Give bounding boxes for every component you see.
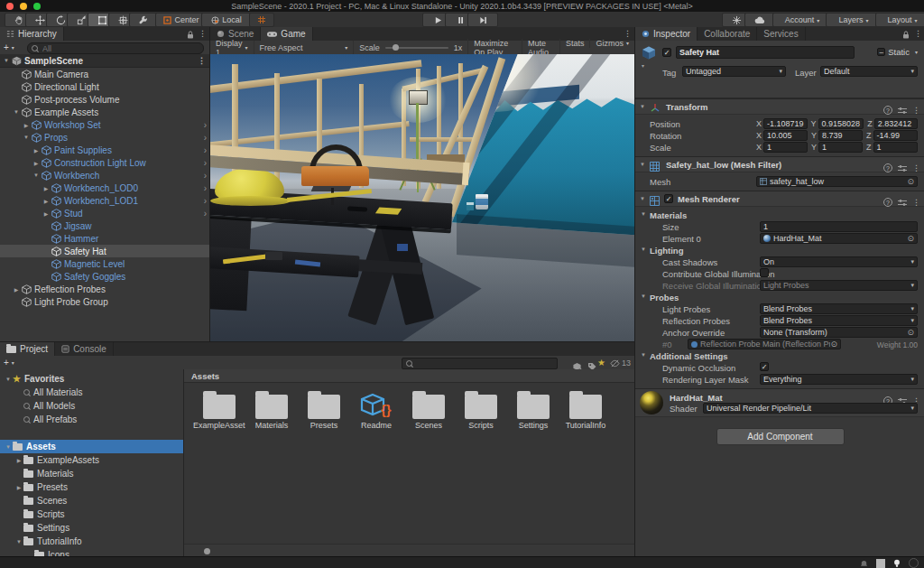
- foldout-icon[interactable]: ▼: [640, 196, 645, 201]
- expander-icon[interactable]: ▼: [32, 172, 41, 178]
- shader-dropdown[interactable]: Universal Render Pipeline/Lit▾: [703, 403, 918, 414]
- aspect-dropdown[interactable]: Free Aspect▾: [254, 41, 355, 54]
- mesh-filter-header[interactable]: ▼ Safety_hat_low (Mesh Filter) ? ⋮: [635, 156, 924, 172]
- material-header[interactable]: HardHat_Mat ? ⋮ Shader Universal Render …: [635, 388, 924, 417]
- rotation-local-button[interactable]: Local: [201, 13, 252, 27]
- expander-icon[interactable]: ▼: [4, 377, 13, 382]
- static-mixed-checkbox[interactable]: –: [877, 48, 885, 56]
- expander-icon[interactable]: ▼: [14, 539, 23, 545]
- active-checkbox[interactable]: ✓: [662, 48, 671, 57]
- transform-header[interactable]: ▼ Transform ? ⋮: [635, 98, 924, 115]
- materials-foldout[interactable]: ▼Materials: [635, 209, 924, 220]
- pivot-center-button[interactable]: Center: [155, 13, 208, 27]
- hierarchy-item-paint-supplies[interactable]: ▶Paint Supplies›: [0, 144, 209, 156]
- project-tree-item-tutorialinfo[interactable]: ▼TutorialInfo: [0, 535, 183, 548]
- step-button[interactable]: [467, 13, 498, 27]
- help-icon[interactable]: ?: [883, 163, 892, 172]
- kebab-menu-icon[interactable]: ⋮: [198, 56, 206, 65]
- kebab-menu-icon[interactable]: ⋮: [912, 163, 920, 174]
- asset-exampleassets[interactable]: ExampleAssets: [193, 389, 245, 430]
- contribute-gi-checkbox[interactable]: [760, 268, 769, 277]
- lighting-foldout[interactable]: ▼Lighting: [635, 244, 924, 256]
- nav-arrow-icon[interactable]: ›: [204, 183, 207, 193]
- hierarchy-item-hammer[interactable]: Hammer: [0, 232, 209, 245]
- rotation-y-field[interactable]: 8.739: [818, 130, 863, 141]
- kebab-menu-icon[interactable]: ⋮: [912, 105, 920, 116]
- game-viewport[interactable]: [210, 54, 634, 341]
- expander-icon[interactable]: ▼: [2, 58, 11, 63]
- project-tree-item-presets[interactable]: ▶Presets: [0, 480, 183, 494]
- hierarchy-item-samplescene[interactable]: ▼SampleScene⋮: [0, 54, 209, 68]
- tab-game[interactable]: Game: [261, 27, 312, 41]
- expander-icon[interactable]: ▶: [32, 147, 41, 154]
- tab-hierarchy[interactable]: Hierarchy: [0, 27, 64, 41]
- tab-console[interactable]: Console: [55, 342, 114, 356]
- project-search[interactable]: [402, 358, 558, 369]
- hierarchy-item-jigsaw[interactable]: Jigsaw: [0, 219, 209, 232]
- element0-object-field[interactable]: HardHat_Mat ⊙: [760, 233, 918, 244]
- name-field[interactable]: Safety Hat: [676, 46, 855, 59]
- expander-icon[interactable]: ▶: [42, 198, 51, 204]
- hierarchy-item-workbench[interactable]: ▼Workbench›: [0, 169, 209, 182]
- favorites-filter-icon[interactable]: ★: [597, 358, 605, 368]
- tag-dropdown[interactable]: Untagged▾: [682, 66, 786, 77]
- hierarchy-item-light-probe-group[interactable]: Light Probe Group: [0, 295, 209, 308]
- hierarchy-item-directional-light[interactable]: Directional Light: [0, 80, 209, 93]
- foldout-icon[interactable]: ▼: [640, 104, 645, 109]
- help-icon[interactable]: ?: [883, 198, 892, 207]
- object-picker-icon[interactable]: ⊙: [907, 234, 914, 243]
- object-picker-icon[interactable]: ⊙: [907, 328, 914, 337]
- project-tree-item-scripts[interactable]: Scripts: [0, 507, 183, 521]
- materials-size-field[interactable]: 1: [760, 221, 918, 232]
- tab-services[interactable]: Services: [757, 27, 805, 41]
- grid-snap-icon[interactable]: [249, 13, 274, 27]
- asset-readme[interactable]: {}Readme: [350, 389, 402, 430]
- header-expander-icon[interactable]: ▾: [642, 62, 644, 69]
- thumbnail-zoom-knob[interactable]: [204, 548, 210, 554]
- dynamic-occlusion-checkbox[interactable]: ✓: [760, 362, 769, 371]
- gizmos-dropdown[interactable]: Gizmos▾: [590, 39, 634, 48]
- expander-icon[interactable]: ▶: [14, 484, 23, 490]
- nav-arrow-icon[interactable]: ›: [204, 196, 207, 206]
- asset-presets[interactable]: Presets: [298, 389, 350, 430]
- hidden-packages-count[interactable]: 13: [610, 358, 631, 368]
- expander-icon[interactable]: ▶: [22, 122, 31, 128]
- create-asset-button[interactable]: +▾: [4, 358, 22, 368]
- project-tree-item-all-prefabs[interactable]: All Prefabs: [0, 413, 183, 426]
- mesh-renderer-checkbox[interactable]: ✓: [664, 194, 673, 203]
- hierarchy-item-workshop-set[interactable]: ▶Workshop Set›: [0, 118, 209, 131]
- mesh-object-field[interactable]: safety_hat_low ⊙: [756, 176, 918, 187]
- kebab-menu-icon[interactable]: ⋮: [914, 28, 922, 40]
- rotation-x-field[interactable]: 10.005: [763, 130, 808, 141]
- position-y-field[interactable]: 0.9158028: [818, 118, 864, 129]
- hierarchy-item-workbench-lod0[interactable]: ▶Workbench_LOD0›: [0, 182, 209, 194]
- add-component-button[interactable]: Add Component: [716, 428, 845, 445]
- lock-icon[interactable]: [187, 26, 194, 42]
- nav-arrow-icon[interactable]: ›: [204, 158, 207, 168]
- expander-icon[interactable]: ▶: [42, 210, 51, 217]
- static-flags-dropdown[interactable]: – Static ▾: [877, 47, 918, 57]
- project-tree-item-materials[interactable]: Materials: [0, 467, 183, 480]
- tab-project[interactable]: Project: [0, 342, 55, 356]
- project-tree-item-scenes[interactable]: Scenes: [0, 494, 183, 507]
- cloud-icon[interactable]: [744, 13, 775, 27]
- tab-collaborate[interactable]: Collaborate: [698, 27, 757, 41]
- light-probes-dropdown[interactable]: Blend Probes▾: [760, 303, 918, 314]
- help-icon[interactable]: ?: [883, 106, 892, 115]
- expander-icon[interactable]: ▶: [32, 160, 41, 166]
- mesh-renderer-header[interactable]: ▼ ✓ Mesh Renderer ? ⋮: [635, 191, 924, 207]
- stats-button[interactable]: Stats: [560, 39, 591, 48]
- hierarchy-item-construction-light-low[interactable]: ▶Construction Light Low›: [0, 156, 209, 169]
- layout-dropdown[interactable]: Layout▾: [875, 13, 924, 27]
- rendering-layer-mask-dropdown[interactable]: Everything▾: [760, 374, 918, 385]
- expander-icon[interactable]: ▼: [22, 135, 31, 140]
- reflection-probes-dropdown[interactable]: Blend Probes▾: [760, 315, 918, 326]
- scale-y-field[interactable]: 1: [818, 142, 863, 153]
- layer-dropdown[interactable]: Default▾: [820, 66, 918, 77]
- asset-tutorialinfo[interactable]: TutorialInfo: [559, 389, 612, 430]
- kebab-menu-icon[interactable]: ⋮: [199, 28, 207, 40]
- foldout-icon[interactable]: ▼: [640, 162, 645, 167]
- display-dropdown[interactable]: Display 1▾: [210, 41, 254, 54]
- nav-arrow-icon[interactable]: ›: [204, 145, 207, 155]
- console-message-icon[interactable]: [860, 555, 868, 568]
